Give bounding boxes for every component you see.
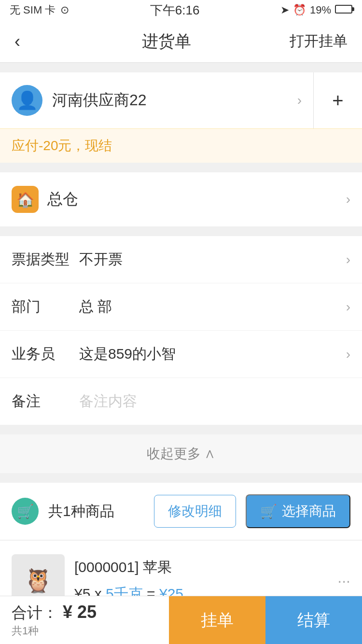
total-amount: ¥ 25 [63, 602, 97, 622]
invoice-type-label: 票据类型 [12, 250, 79, 269]
product-more-button[interactable]: ··· [337, 572, 350, 590]
collapse-text: 收起更多 ∧ [147, 445, 216, 463]
owl-icon: 🦉 [24, 567, 53, 594]
salesperson-value: 这是859的小智 [79, 344, 346, 364]
supplier-name: 河南供应商22 [52, 90, 297, 111]
supplier-avatar: 👤 [12, 85, 42, 116]
chevron-right-icon: › [297, 93, 302, 108]
bottom-total: 合计： ¥ 25 共1种 [0, 596, 169, 644]
battery-percent: 19% [310, 4, 331, 16]
wifi-icon: ⊙ [60, 4, 69, 16]
products-header: 🛒 共1种商品 修改明细 🛒 选择商品 [0, 483, 362, 540]
salesperson-label: 业务员 [12, 344, 79, 364]
supplier-section: 👤 河南供应商22 › + [0, 72, 362, 128]
alarm-icon: ⏰ [293, 4, 306, 16]
status-bar-left: 无 SIM 卡 ⊙ [10, 3, 69, 17]
collapse-bar[interactable]: 收起更多 ∧ [0, 434, 362, 473]
warehouse-name: 总仓 [47, 189, 346, 210]
back-button[interactable]: ‹ [14, 31, 43, 52]
select-product-button[interactable]: 🛒 选择商品 [246, 494, 350, 528]
total-sub: 共1种 [12, 624, 157, 638]
invoice-type-value: 不开票 [79, 250, 346, 269]
person-icon: 👤 [16, 90, 38, 111]
home-icon: 🏠 [16, 191, 34, 208]
cart-icon: 🛒 [17, 504, 34, 519]
nav-bar: ‹ 进货单 打开挂单 [0, 20, 362, 63]
supplier-selector[interactable]: 👤 河南供应商22 › [0, 72, 314, 128]
remarks-placeholder: 备注内容 [79, 392, 350, 411]
status-bar-time: 下午6:16 [150, 2, 200, 19]
chevron-right-icon: › [346, 192, 350, 207]
modify-detail-button[interactable]: 修改明细 [154, 495, 236, 528]
location-icon: ➤ [280, 4, 289, 16]
department-row[interactable]: 部门 总 部 › [0, 283, 362, 331]
warehouse-icon: 🏠 [12, 186, 39, 213]
warehouse-row[interactable]: 🏠 总仓 › [0, 172, 362, 226]
status-bar-right: ➤ ⏰ 19% [280, 4, 352, 16]
department-value: 总 部 [79, 297, 346, 317]
total-label: 合计： [12, 602, 58, 624]
invoice-type-row[interactable]: 票据类型 不开票 › [0, 236, 362, 283]
chevron-right-icon: › [346, 299, 350, 315]
carrier-text: 无 SIM 卡 [10, 3, 56, 17]
main-content: 👤 河南供应商22 › + 应付-20元，现结 🏠 总仓 › 票据类型 不开票 … [0, 63, 362, 644]
form-section: 票据类型 不开票 › 部门 总 部 › 业务员 这是859的小智 › 备注 备注… [0, 236, 362, 425]
hang-button[interactable]: 挂单 [169, 596, 265, 644]
warehouse-section: 🏠 总仓 › [0, 172, 362, 226]
remarks-row[interactable]: 备注 备注内容 [0, 378, 362, 425]
product-code: [0000001] [74, 559, 139, 575]
cart-select-icon: 🛒 [260, 504, 277, 519]
products-icon: 🛒 [12, 498, 39, 525]
salesperson-row[interactable]: 业务员 这是859的小智 › [0, 331, 362, 378]
page-title: 进货单 [142, 30, 191, 53]
remarks-label: 备注 [12, 392, 79, 411]
product-title: 苹果 [143, 559, 172, 575]
payment-notice: 应付-20元，现结 [0, 128, 362, 163]
chevron-right-icon: › [346, 252, 350, 267]
add-supplier-button[interactable]: + [314, 72, 362, 128]
products-count: 共1种商品 [48, 502, 144, 521]
divider-top [0, 63, 362, 72]
chevron-right-icon: › [346, 347, 350, 362]
department-label: 部门 [12, 297, 79, 317]
checkout-button[interactable]: 结算 [265, 596, 362, 644]
total-row: 合计： ¥ 25 [12, 602, 157, 624]
bottom-bar: 合计： ¥ 25 共1种 挂单 结算 [0, 596, 362, 644]
product-name: [0000001] 苹果 [74, 558, 328, 577]
open-hang-button[interactable]: 打开挂单 [290, 31, 348, 51]
status-bar: 无 SIM 卡 ⊙ 下午6:16 ➤ ⏰ 19% [0, 0, 362, 20]
battery-icon [335, 4, 352, 16]
select-product-label: 选择商品 [282, 502, 336, 520]
